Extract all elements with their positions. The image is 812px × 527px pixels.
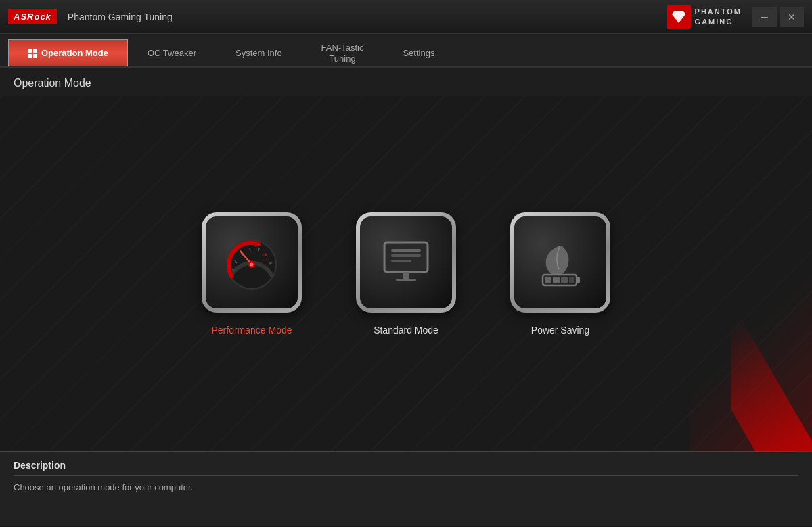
mode-button-performance[interactable]: Performance Mode bbox=[202, 212, 302, 336]
description-text: Choose an operation mode for your comput… bbox=[14, 482, 798, 492]
standard-icon-wrapper bbox=[356, 212, 456, 313]
power-icon-inner bbox=[514, 216, 606, 308]
performance-icon-inner bbox=[206, 216, 298, 308]
section-heading: Operation Mode bbox=[0, 68, 812, 96]
main-content: Performance Mode bbox=[0, 96, 812, 451]
speedometer-icon bbox=[221, 232, 282, 293]
performance-icon-wrapper bbox=[202, 212, 302, 313]
svg-rect-2 bbox=[28, 54, 32, 58]
tab-operation-mode[interactable]: Operation Mode bbox=[8, 39, 128, 66]
svg-rect-1 bbox=[33, 49, 37, 53]
svg-rect-27 bbox=[553, 277, 560, 283]
tab-bar: Operation Mode OC Tweaker System Info FA… bbox=[0, 34, 812, 68]
svg-rect-26 bbox=[545, 277, 551, 283]
standard-icon-inner bbox=[360, 216, 452, 308]
pg-text: PHANTOMGAMING bbox=[695, 7, 742, 26]
power-saving-label: Power Saving bbox=[531, 325, 589, 336]
pg-icon bbox=[667, 5, 691, 29]
svg-line-9 bbox=[258, 248, 259, 251]
power-saving-icon bbox=[533, 235, 587, 290]
power-icon-wrapper bbox=[510, 212, 610, 313]
svg-rect-23 bbox=[396, 279, 416, 281]
svg-rect-0 bbox=[28, 49, 32, 53]
tab-system-info[interactable]: System Info bbox=[216, 39, 302, 66]
svg-rect-19 bbox=[391, 249, 421, 252]
svg-line-8 bbox=[250, 248, 250, 251]
svg-rect-3 bbox=[33, 54, 37, 58]
mode-button-power-saving[interactable]: Power Saving bbox=[510, 212, 610, 336]
close-button[interactable]: ✕ bbox=[780, 7, 804, 27]
window-controls: ─ ✕ bbox=[752, 7, 804, 27]
mode-buttons: Performance Mode bbox=[0, 96, 812, 451]
asrock-logo: ASRock bbox=[8, 9, 57, 24]
tab-settings[interactable]: Settings bbox=[383, 39, 454, 66]
tab-fan-tastic[interactable]: FAN-TasticTuning bbox=[302, 39, 384, 66]
svg-rect-28 bbox=[561, 277, 568, 283]
tab-oc-tweaker[interactable]: OC Tweaker bbox=[128, 39, 216, 66]
svg-rect-21 bbox=[391, 260, 411, 262]
minimize-button[interactable]: ─ bbox=[752, 7, 777, 27]
svg-rect-25 bbox=[577, 277, 580, 283]
monitor-icon bbox=[379, 237, 433, 288]
svg-rect-22 bbox=[403, 272, 409, 279]
standard-mode-label: Standard Mode bbox=[374, 325, 438, 336]
svg-rect-20 bbox=[391, 254, 421, 257]
app-title: Phantom Gaming Tuning bbox=[68, 12, 667, 22]
mode-button-standard[interactable]: Standard Mode bbox=[356, 212, 456, 336]
svg-rect-29 bbox=[569, 277, 574, 283]
title-bar: ASRock Phantom Gaming Tuning PHANTOMGAMI… bbox=[0, 0, 812, 34]
performance-mode-label: Performance Mode bbox=[211, 325, 292, 336]
phantom-gaming-logo: PHANTOMGAMING bbox=[667, 5, 742, 29]
description-panel: Description Choose an operation mode for… bbox=[0, 451, 812, 526]
svg-point-14 bbox=[250, 262, 254, 266]
description-title: Description bbox=[14, 460, 798, 476]
